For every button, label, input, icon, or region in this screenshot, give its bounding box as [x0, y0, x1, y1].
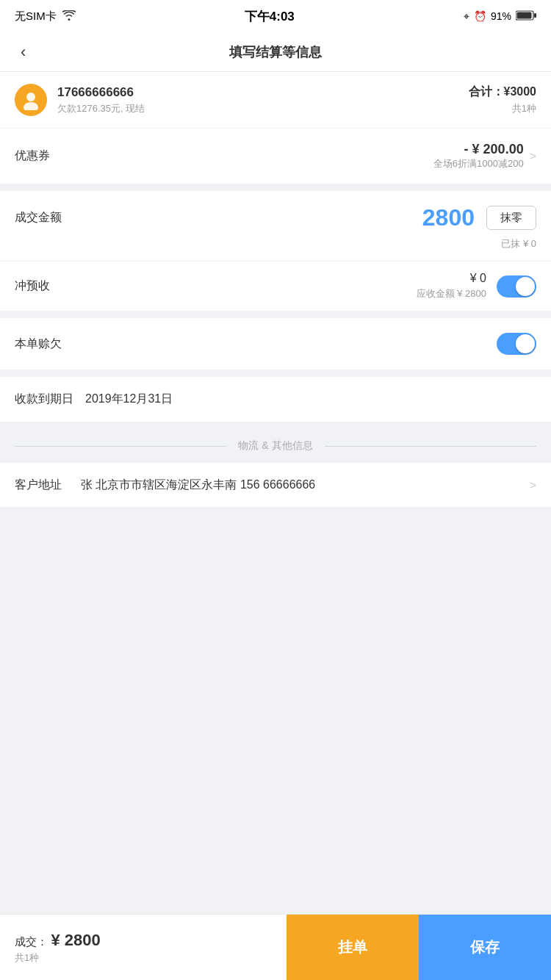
deal-sub: 已抹 ¥ 0 — [0, 237, 551, 261]
address-row[interactable]: 客户地址 张 北京市市辖区海淀区永丰南 156 66666666 > — [0, 463, 551, 507]
prepay-row: 冲预收 ¥ 0 应收金额 ¥ 2800 — [0, 261, 551, 311]
bottom-deal-row: 成交： ¥ 2800 — [15, 931, 272, 950]
battery-icon — [516, 10, 536, 23]
status-left: 无SIM卡 — [15, 10, 76, 24]
customer-row: 17666666666 欠款1276.35元, 现结 合计：¥3000 共1种 — [0, 72, 551, 128]
bottom-deal-amount: ¥ 2800 — [51, 931, 100, 949]
svg-point-4 — [24, 102, 38, 110]
save-button[interactable]: 保存 — [419, 915, 551, 980]
back-button[interactable]: ‹ — [15, 37, 32, 68]
coupon-chevron-icon: > — [530, 150, 536, 163]
svg-point-3 — [26, 93, 35, 101]
bottom-summary: 成交： ¥ 2800 共1种 — [0, 931, 287, 965]
debt-row: 本单赊欠 — [0, 318, 551, 370]
debt-toggle[interactable] — [497, 333, 536, 355]
nav-bar: ‹ 填写结算等信息 — [0, 32, 551, 72]
customer-card: 17666666666 欠款1276.35元, 现结 合计：¥3000 共1种 … — [0, 72, 551, 184]
alarm-icon: ⏰ — [474, 10, 486, 22]
prepay-sub: 应收金额 ¥ 2800 — [417, 287, 486, 300]
debt-toggle-knob — [516, 334, 535, 353]
coupon-amount: - ¥ 200.00 — [433, 142, 524, 157]
address-label: 客户地址 — [15, 476, 73, 493]
divider-line-left — [15, 446, 226, 447]
coupon-label: 优惠券 — [15, 148, 50, 164]
coupon-row[interactable]: 优惠券 - ¥ 200.00 全场6折满1000减200 > — [0, 128, 551, 184]
prepay-values: ¥ 0 应收金额 ¥ 2800 — [417, 272, 486, 300]
customer-right: 合计：¥3000 共1种 — [469, 84, 537, 115]
logistics-label: 物流 & 其他信息 — [226, 439, 324, 453]
total-count: 共1种 — [469, 102, 537, 115]
svg-rect-2 — [516, 12, 531, 18]
due-date-value: 2019年12月31日 — [85, 392, 173, 407]
customer-left: 17666666666 欠款1276.35元, 现结 — [15, 84, 145, 116]
bottom-bar: 成交： ¥ 2800 共1种 挂单 保存 — [0, 914, 551, 980]
round-zero-button[interactable]: 抹零 — [486, 206, 536, 230]
no-sim-text: 无SIM卡 — [15, 10, 57, 24]
location-icon: ⌖ — [464, 10, 469, 23]
toggle-knob — [516, 277, 535, 296]
status-time: 下午4:03 — [245, 8, 295, 25]
content-area: 17666666666 欠款1276.35元, 现结 合计：¥3000 共1种 … — [0, 72, 551, 713]
debt-label: 本单赊欠 — [15, 336, 62, 352]
coupon-desc: 全场6折满1000减200 — [433, 157, 524, 170]
due-date-label: 收款到期日 — [15, 392, 73, 407]
deal-section: 成交金额 2800 抹零 已抹 ¥ 0 冲预收 ¥ 0 应收金额 ¥ 2800 — [0, 191, 551, 311]
address-chevron-icon: > — [530, 476, 536, 492]
prepay-amount: ¥ 0 — [417, 272, 486, 285]
deal-right: 2800 抹零 — [422, 204, 536, 231]
prepay-toggle[interactable] — [497, 275, 536, 298]
gray-spacer — [0, 514, 551, 646]
hang-button[interactable]: 挂单 — [287, 915, 419, 980]
due-date-row: 收款到期日 2019年12月31日 — [0, 377, 551, 422]
prepay-right: ¥ 0 应收金额 ¥ 2800 — [417, 272, 536, 300]
customer-phone: 17666666666 — [57, 85, 145, 100]
prepay-label: 冲预收 — [15, 278, 50, 294]
status-bar: 无SIM卡 下午4:03 ⌖ ⏰ 91% — [0, 0, 551, 32]
deal-row: 成交金额 2800 抹零 — [0, 191, 551, 237]
logistics-divider: 物流 & 其他信息 — [0, 429, 551, 463]
page-title: 填写结算等信息 — [229, 43, 322, 61]
customer-info: 17666666666 欠款1276.35元, 现结 — [57, 85, 145, 115]
total-amount: 合计：¥3000 — [469, 84, 537, 100]
bottom-actions: 挂单 保存 — [287, 915, 551, 980]
avatar — [15, 84, 47, 116]
divider-line-right — [325, 446, 536, 447]
status-right: ⌖ ⏰ 91% — [464, 10, 536, 23]
wifi-icon — [62, 10, 76, 23]
customer-sub: 欠款1276.35元, 现结 — [57, 102, 145, 115]
address-value: 张 北京市市辖区海淀区永丰南 156 66666666 — [73, 476, 530, 494]
deal-label: 成交金额 — [15, 210, 62, 226]
bottom-count: 共1种 — [15, 951, 272, 965]
battery-text: 91% — [491, 10, 511, 22]
svg-rect-1 — [534, 13, 536, 18]
deal-amount-value: 2800 — [422, 204, 475, 231]
bottom-deal-label: 成交： — [15, 935, 48, 948]
coupon-right: - ¥ 200.00 全场6折满1000减200 > — [433, 142, 536, 170]
